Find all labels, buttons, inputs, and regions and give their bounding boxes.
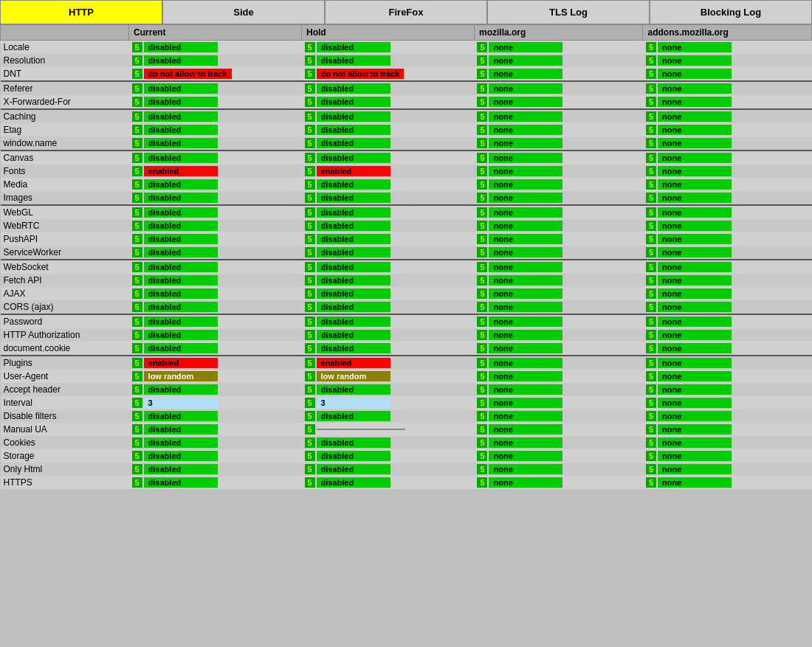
row-mozilla[interactable]: 5none bbox=[474, 314, 643, 328]
row-mozilla[interactable]: 5none bbox=[474, 136, 643, 150]
row-mozilla[interactable]: 5none bbox=[474, 370, 643, 383]
row-hold[interactable]: 5disabled bbox=[302, 95, 475, 109]
row-addons[interactable]: 5none bbox=[643, 191, 812, 205]
row-mozilla[interactable]: 5none bbox=[474, 95, 643, 109]
row-addons[interactable]: 5none bbox=[643, 136, 812, 150]
row-current[interactable]: 5disabled bbox=[129, 205, 302, 219]
row-addons[interactable]: 5none bbox=[643, 383, 812, 396]
row-mozilla[interactable]: 5none bbox=[474, 436, 643, 449]
row-hold[interactable]: 5disabled bbox=[302, 287, 475, 300]
row-hold[interactable]: 5disabled bbox=[302, 314, 475, 328]
tab-firefox[interactable]: FireFox bbox=[325, 0, 487, 24]
row-hold[interactable]: 5disabled bbox=[302, 463, 475, 476]
row-mozilla[interactable]: 5none bbox=[474, 165, 643, 178]
row-mozilla[interactable]: 5none bbox=[474, 328, 643, 342]
row-hold[interactable]: 5disabled bbox=[302, 136, 475, 150]
row-addons[interactable]: 5none bbox=[643, 476, 812, 489]
row-mozilla[interactable]: 5none bbox=[474, 463, 643, 476]
row-mozilla[interactable]: 5none bbox=[474, 150, 643, 165]
row-current[interactable]: 5disabled bbox=[129, 246, 302, 260]
row-addons[interactable]: 5none bbox=[643, 370, 812, 383]
row-addons[interactable]: 5none bbox=[643, 328, 812, 342]
row-current[interactable]: 5disabled bbox=[129, 436, 302, 449]
row-current[interactable]: 5low random bbox=[129, 370, 302, 383]
row-hold[interactable]: 5low random bbox=[302, 370, 475, 383]
row-current[interactable]: 5disabled bbox=[129, 191, 302, 205]
row-mozilla[interactable]: 5none bbox=[474, 300, 643, 314]
row-mozilla[interactable]: 5none bbox=[474, 287, 643, 300]
row-hold[interactable]: 5disabled bbox=[302, 409, 475, 423]
row-current[interactable]: 5disabled bbox=[129, 95, 302, 109]
row-mozilla[interactable]: 5none bbox=[474, 54, 643, 67]
row-current[interactable]: 5disabled bbox=[129, 54, 302, 67]
row-addons[interactable]: 5none bbox=[643, 178, 812, 191]
row-hold[interactable]: 5disabled bbox=[302, 300, 475, 314]
row-current[interactable]: 5disabled bbox=[129, 476, 302, 489]
row-mozilla[interactable]: 5none bbox=[474, 260, 643, 274]
row-hold[interactable]: 5disabled bbox=[302, 246, 475, 260]
row-current[interactable]: 5disabled bbox=[129, 423, 302, 436]
row-current[interactable]: 5disabled bbox=[129, 41, 302, 55]
row-current[interactable]: 5disabled bbox=[129, 409, 302, 423]
row-current[interactable]: 5disabled bbox=[129, 123, 302, 136]
row-mozilla[interactable]: 5none bbox=[474, 109, 643, 123]
row-mozilla[interactable]: 5none bbox=[474, 123, 643, 136]
row-current[interactable]: 5disabled bbox=[129, 383, 302, 396]
row-hold[interactable]: 53 bbox=[302, 396, 475, 409]
row-mozilla[interactable]: 5none bbox=[474, 81, 643, 95]
row-mozilla[interactable]: 5none bbox=[474, 205, 643, 219]
row-addons[interactable]: 5none bbox=[643, 274, 812, 287]
row-current[interactable]: 5disabled bbox=[129, 342, 302, 356]
row-hold[interactable]: 5disabled bbox=[302, 150, 475, 165]
row-hold[interactable]: 5disabled bbox=[302, 109, 475, 123]
row-addons[interactable]: 5none bbox=[643, 260, 812, 274]
row-addons[interactable]: 5none bbox=[643, 165, 812, 178]
row-hold[interactable]: 5enabled bbox=[302, 165, 475, 178]
row-current[interactable]: 53 bbox=[129, 396, 302, 409]
row-addons[interactable]: 5none bbox=[643, 436, 812, 449]
row-hold[interactable]: 5disabled bbox=[302, 449, 475, 463]
row-mozilla[interactable]: 5none bbox=[474, 274, 643, 287]
row-current[interactable]: 5disabled bbox=[129, 81, 302, 95]
row-addons[interactable]: 5none bbox=[643, 342, 812, 356]
row-current[interactable]: 5disabled bbox=[129, 232, 302, 246]
row-mozilla[interactable]: 5none bbox=[474, 396, 643, 409]
row-hold[interactable]: 5disabled bbox=[302, 178, 475, 191]
row-mozilla[interactable]: 5none bbox=[474, 423, 643, 436]
row-mozilla[interactable]: 5none bbox=[474, 246, 643, 260]
row-hold[interactable]: 5do not allow to track bbox=[302, 67, 475, 81]
row-hold[interactable]: 5disabled bbox=[302, 383, 475, 396]
row-current[interactable]: 5disabled bbox=[129, 314, 302, 328]
tab-http[interactable]: HTTP bbox=[0, 0, 162, 24]
tab-side[interactable]: Side bbox=[162, 0, 325, 24]
row-mozilla[interactable]: 5none bbox=[474, 409, 643, 423]
row-current[interactable]: 5disabled bbox=[129, 219, 302, 232]
row-hold[interactable]: 5disabled bbox=[302, 476, 475, 489]
row-current[interactable]: 5disabled bbox=[129, 274, 302, 287]
row-hold[interactable]: 5disabled bbox=[302, 123, 475, 136]
row-addons[interactable]: 5none bbox=[643, 219, 812, 232]
row-addons[interactable]: 5none bbox=[643, 205, 812, 219]
row-hold[interactable]: 5disabled bbox=[302, 54, 475, 67]
row-mozilla[interactable]: 5none bbox=[474, 356, 643, 370]
row-addons[interactable]: 5none bbox=[643, 109, 812, 123]
row-addons[interactable]: 5none bbox=[643, 246, 812, 260]
row-addons[interactable]: 5none bbox=[643, 287, 812, 300]
row-addons[interactable]: 5none bbox=[643, 300, 812, 314]
row-current[interactable]: 5disabled bbox=[129, 109, 302, 123]
row-addons[interactable]: 5none bbox=[643, 423, 812, 436]
row-current[interactable]: 5enabled bbox=[129, 356, 302, 370]
row-hold[interactable]: 5disabled bbox=[302, 274, 475, 287]
row-hold[interactable]: 5disabled bbox=[302, 232, 475, 246]
row-current[interactable]: 5disabled bbox=[129, 328, 302, 342]
row-current[interactable]: 5disabled bbox=[129, 178, 302, 191]
row-hold[interactable]: 5disabled bbox=[302, 41, 475, 55]
row-hold[interactable]: 5disabled bbox=[302, 219, 475, 232]
row-current[interactable]: 5disabled bbox=[129, 136, 302, 150]
row-mozilla[interactable]: 5none bbox=[474, 476, 643, 489]
row-addons[interactable]: 5none bbox=[643, 41, 812, 55]
row-mozilla[interactable]: 5none bbox=[474, 191, 643, 205]
row-addons[interactable]: 5none bbox=[643, 95, 812, 109]
row-addons[interactable]: 5none bbox=[643, 150, 812, 165]
row-mozilla[interactable]: 5none bbox=[474, 232, 643, 246]
